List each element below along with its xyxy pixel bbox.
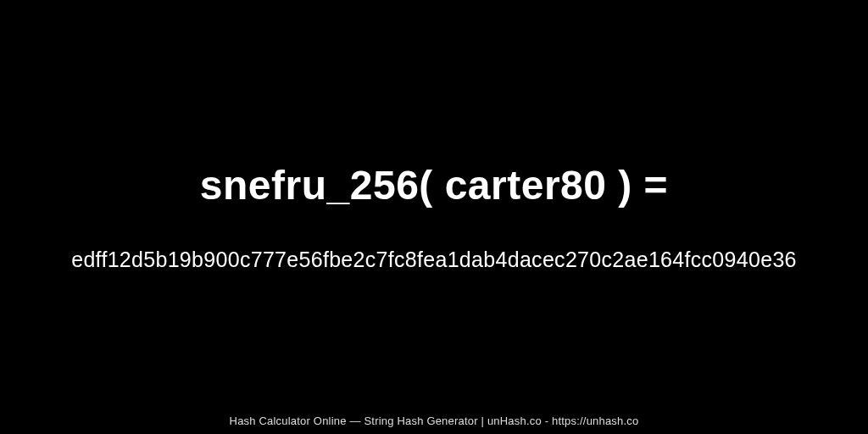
footer-url[interactable]: https://unhash.co bbox=[552, 415, 638, 427]
hash-output-value: edff12d5b19b900c777e56fbe2c7fc8fea1dab4d… bbox=[71, 248, 797, 272]
footer-description: Hash Calculator Online — String Hash Gen… bbox=[230, 415, 552, 427]
page-container: snefru_256( carter80 ) = edff12d5b19b900… bbox=[0, 0, 868, 434]
hash-expression-heading: snefru_256( carter80 ) = bbox=[200, 162, 668, 209]
footer-text: Hash Calculator Online — String Hash Gen… bbox=[0, 415, 868, 427]
